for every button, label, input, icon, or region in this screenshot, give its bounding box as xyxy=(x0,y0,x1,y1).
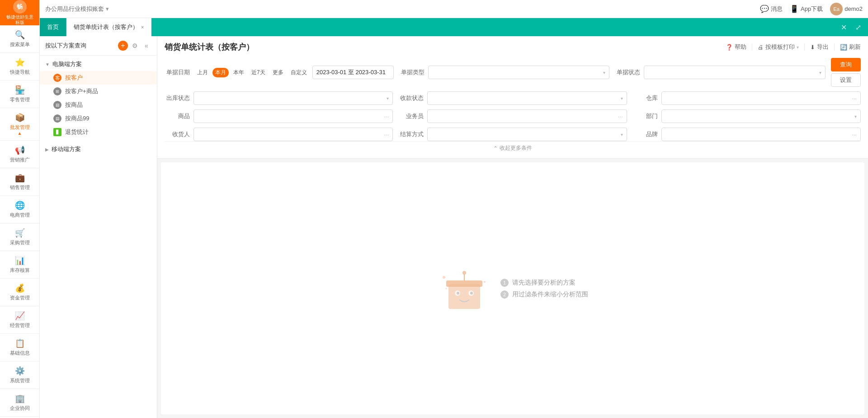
system-icon: ⚙️ xyxy=(15,366,25,376)
settlement-select[interactable]: ▾ xyxy=(427,128,627,141)
scheme-settings-button[interactable]: ⚙ xyxy=(130,41,140,51)
breadcrumb: 办公用品行业模拟账套 ▾ xyxy=(45,5,756,13)
sidebar-item-operations[interactable]: 📈 经营管理 xyxy=(0,306,39,334)
scheme-item-by-product[interactable]: ▤ 按商品 xyxy=(40,98,157,112)
breadcrumb-text: 办公用品行业模拟账套 xyxy=(45,5,104,13)
help-button[interactable]: ❓ 帮助 xyxy=(726,43,746,51)
settlement-field: 结算方式 ▾ xyxy=(398,128,627,141)
empty-illustration xyxy=(437,261,491,316)
refresh-label: 刷新 xyxy=(849,43,861,51)
collapse-bar[interactable]: ⌃ 收起更多条件 xyxy=(165,141,861,155)
warehouse-input[interactable]: ··· xyxy=(661,91,861,105)
box-icon: 📦 xyxy=(15,113,25,123)
scheme-item-by-customer[interactable]: 客 按客户 xyxy=(40,71,157,85)
query-button[interactable]: 查询 xyxy=(831,58,861,71)
more-btn[interactable]: 更多 xyxy=(270,68,286,77)
sidebar-item-inventory[interactable]: 📊 库存核算 xyxy=(0,251,39,279)
expand-window-button[interactable]: ⤢ xyxy=(852,21,864,33)
sidebar-item-sales[interactable]: 💼 销售管理 xyxy=(0,168,39,196)
salesperson-input[interactable]: ··· xyxy=(427,109,627,123)
brand-dots: ··· xyxy=(852,131,857,138)
last-7days-btn[interactable]: 近7天 xyxy=(249,68,268,77)
receiver-input[interactable]: ··· xyxy=(193,128,393,141)
date-range-value: 2023-03-01 至 2023-03-31 xyxy=(316,68,386,76)
page-title: 销货单统计表（按客户） xyxy=(165,42,254,52)
scheme-item-return-stat[interactable]: ▊ 退货统计 xyxy=(40,125,157,139)
tab-close-button[interactable]: × xyxy=(141,24,144,30)
scheme-item-by-customer-product[interactable]: ⊞ 按客户+商品 xyxy=(40,85,157,98)
sidebar-item-shortcut[interactable]: ⭐ 快捷导航 xyxy=(0,53,39,81)
out-status-select[interactable]: ▾ xyxy=(193,91,393,105)
sidebar-item-purchase[interactable]: 🛒 采购管理 xyxy=(0,223,39,251)
collapse-panel-button[interactable]: « xyxy=(142,41,151,51)
doc-status-select[interactable]: ▾ xyxy=(644,66,826,79)
sidebar-item-enterprise[interactable]: 🏢 企业协同 xyxy=(0,389,39,417)
sidebar-item-basic-label: 基础信息 xyxy=(10,350,30,356)
mobile-schemes-header[interactable]: ▶ 移动端方案 xyxy=(40,142,157,156)
query-buttons: 查询 设置 xyxy=(831,58,861,87)
svg-point-6 xyxy=(443,276,445,279)
refresh-button[interactable]: 🔄 刷新 xyxy=(840,43,861,51)
logo-abbr: 畅 xyxy=(17,3,23,11)
sidebar-item-enterprise-label: 企业协同 xyxy=(10,405,30,412)
header-actions: ❓ 帮助 🖨 按模板打印 ▾ ⬇ 导出 xyxy=(726,43,861,51)
right-header: 销货单统计表（按客户） ❓ 帮助 🖨 按模板打印 ▾ xyxy=(157,36,868,159)
basic-icon: 📋 xyxy=(15,338,25,348)
tab-home[interactable]: 首页 xyxy=(40,18,66,36)
close-window-button[interactable]: ✕ xyxy=(837,21,850,33)
last-month-btn[interactable]: 上月 xyxy=(194,68,211,77)
doc-type-select[interactable]: ▾ xyxy=(428,66,610,79)
user-profile[interactable]: Ea demo2 xyxy=(830,3,863,15)
receipt-status-arrow: ▾ xyxy=(621,96,623,101)
product-label: 商品 xyxy=(165,112,190,120)
sidebar-item-marketing[interactable]: 📢 营销推广 xyxy=(0,141,39,168)
warehouse-label: 仓库 xyxy=(632,94,658,102)
tab-sales-stat[interactable]: 销货单统计表（按客户） × xyxy=(66,18,151,36)
message-button[interactable]: 💬 消息 xyxy=(760,5,783,13)
department-select[interactable]: ▾ xyxy=(661,109,861,123)
this-month-btn[interactable]: 本月 xyxy=(212,68,229,77)
by-customer-icon: 客 xyxy=(53,74,61,82)
sidebar-item-finance[interactable]: 💰 资金管理 xyxy=(0,279,39,306)
sidebar-item-wholesale[interactable]: 📦 批发管理 ▲ xyxy=(0,108,39,141)
brand-input[interactable]: ··· xyxy=(661,128,861,141)
brand-field: 品牌 ··· xyxy=(632,128,861,141)
sales-icon: 💼 xyxy=(15,173,25,183)
settlement-label: 结算方式 xyxy=(398,130,424,138)
divider2 xyxy=(804,43,805,51)
marketing-icon: 📢 xyxy=(15,145,25,155)
print-icon: 🖨 xyxy=(758,44,764,51)
desktop-schemes-header[interactable]: ▼ 电脑端方案 xyxy=(40,57,157,71)
this-year-btn[interactable]: 本年 xyxy=(231,68,247,77)
scheme-item-by-product99[interactable]: ▤ 按商品99 xyxy=(40,112,157,125)
svg-point-4 xyxy=(457,292,459,294)
receipt-status-select[interactable]: ▾ xyxy=(427,91,627,105)
app-download-button[interactable]: 📱 App下载 xyxy=(790,5,823,13)
sidebar-item-ecommerce[interactable]: 🌐 电商管理 xyxy=(0,196,39,223)
purchase-icon: 🛒 xyxy=(15,228,25,238)
sidebar-item-inventory-label: 库存核算 xyxy=(10,267,30,274)
export-button[interactable]: ⬇ 导出 xyxy=(810,43,829,51)
sidebar-item-search[interactable]: 🔍 搜索菜单 xyxy=(0,25,39,53)
print-button[interactable]: 🖨 按模板打印 ▾ xyxy=(758,43,799,51)
receiver-label: 收货人 xyxy=(165,130,190,138)
empty-tip-2: 2 用过滤条件来缩小分析范围 xyxy=(500,290,588,299)
finance-icon: 💰 xyxy=(15,283,25,293)
sidebar-item-basic[interactable]: 📋 基础信息 xyxy=(0,334,39,361)
sidebar-item-system[interactable]: ⚙️ 系统管理 xyxy=(0,361,39,389)
brand-label: 品牌 xyxy=(632,130,658,138)
product-input[interactable]: ··· xyxy=(193,109,393,123)
settings-button[interactable]: 设置 xyxy=(831,73,861,87)
breadcrumb-dropdown-icon[interactable]: ▾ xyxy=(106,5,109,12)
add-scheme-button[interactable]: + xyxy=(118,41,128,51)
warehouse-dots: ··· xyxy=(852,95,857,102)
expand-icon: ▲ xyxy=(18,131,22,136)
product-dots: ··· xyxy=(384,113,389,120)
sidebar-item-retail[interactable]: 🏪 零售管理 xyxy=(0,81,39,108)
date-range-input[interactable]: 2023-03-01 至 2023-03-31 xyxy=(312,66,394,79)
logo-text: 畅捷信好生意标版 xyxy=(6,14,33,25)
doc-type-label: 单据类型 xyxy=(399,68,425,76)
svg-rect-1 xyxy=(446,280,482,287)
custom-btn[interactable]: 自定义 xyxy=(288,68,310,77)
left-panel-actions: + ⚙ « xyxy=(118,41,151,51)
